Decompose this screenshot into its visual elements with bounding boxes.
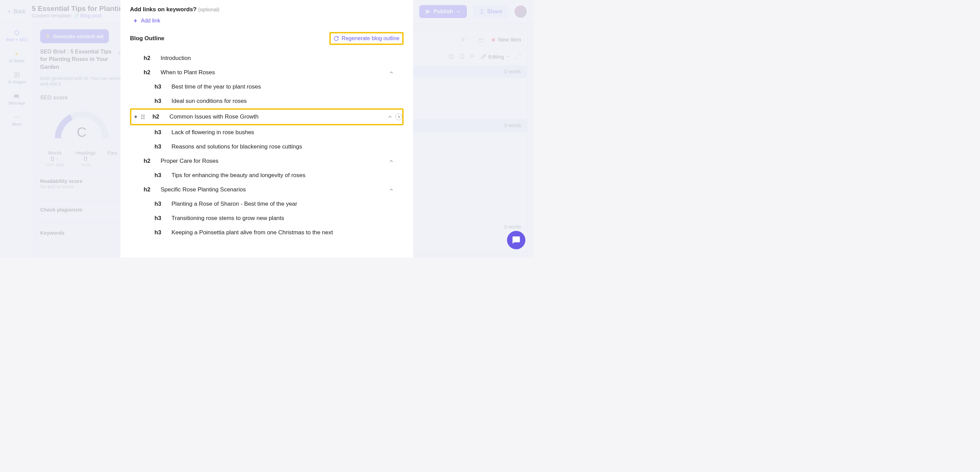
heading-tag: h3	[154, 98, 164, 105]
outline-text: Lack of flowering in rose bushes	[172, 129, 254, 136]
svg-point-25	[142, 116, 143, 118]
svg-point-23	[142, 115, 143, 116]
outline-item[interactable]: h2When to Plant Roses	[130, 65, 404, 80]
outline-item[interactable]: h3Planting a Rose of Sharon - Best time …	[130, 197, 404, 211]
outline-text: Common Issues with Rose Growth	[169, 113, 259, 120]
outline-section-head: Blog Outline Regenerate blog outline	[130, 32, 404, 45]
heading-tag: h3	[154, 172, 164, 179]
chevron-up-icon[interactable]	[388, 187, 394, 192]
chevron-up-icon[interactable]	[388, 70, 394, 75]
outline-item[interactable]: h3Keeping a Poinsettia plant alive from …	[130, 225, 404, 240]
heading-tag: h2	[143, 69, 153, 76]
outline-item[interactable]: h2Specific Rose Planting Scenarios	[130, 183, 404, 197]
outline-text: Best time of the year to plant roses	[172, 83, 261, 90]
outline-item[interactable]: h3Best time of the year to plant roses	[130, 80, 404, 94]
svg-point-24	[143, 115, 145, 116]
heading-tag: h3	[154, 129, 164, 136]
svg-point-28	[143, 118, 145, 119]
heading-tag: h2	[143, 186, 153, 193]
modal-overlay: Add links on keywords? (optional) Add li…	[0, 0, 533, 257]
heading-tag: h3	[154, 201, 164, 207]
heading-tag: h3	[154, 144, 164, 150]
outline-text: Tips for enhancing the beauty and longev…	[172, 172, 305, 179]
chevron-up-icon[interactable]	[387, 114, 393, 120]
outline-text: When to Plant Roses	[161, 69, 215, 76]
add-links-heading: Add links on keywords? (optional)	[130, 6, 404, 13]
outline-text: Transitioning rose stems to grow new pla…	[172, 215, 284, 222]
outline-item[interactable]: h2Common Issues with Rose Growth✕	[130, 108, 404, 125]
outline-text: Keeping a Poinsettia plant alive from on…	[172, 229, 333, 236]
outline-item[interactable]: h2Proper Care for Roses	[130, 154, 404, 168]
svg-point-26	[143, 116, 145, 118]
heading-tag: h2	[143, 55, 153, 62]
chat-icon	[512, 236, 520, 244]
outline-text: Introduction	[161, 55, 191, 62]
heading-tag: h2	[143, 158, 153, 164]
heading-tag: h3	[154, 229, 164, 236]
outline-modal: Add links on keywords? (optional) Add li…	[121, 0, 413, 257]
add-link-button[interactable]: Add link	[133, 18, 404, 24]
outline-list: h2Introductionh2When to Plant Rosesh3Bes…	[130, 51, 404, 240]
outline-item[interactable]: h3Reasons and solutions for blackening r…	[130, 140, 404, 154]
heading-tag: h2	[153, 113, 162, 120]
outline-item[interactable]: h2Introduction	[130, 51, 404, 65]
plus-icon[interactable]	[134, 115, 138, 119]
outline-text: Ideal sun conditions for roses	[172, 98, 247, 105]
outline-item[interactable]: h3Lack of flowering in rose bushes	[130, 125, 404, 140]
outline-text: Planting a Rose of Sharon - Best time of…	[172, 201, 297, 207]
outline-text: Proper Care for Roses	[161, 158, 218, 164]
heading-tag: h3	[154, 215, 164, 222]
remove-item-button[interactable]: ✕	[395, 113, 402, 120]
refresh-icon	[334, 36, 339, 41]
outline-item[interactable]: h3Ideal sun conditions for roses	[130, 94, 404, 108]
svg-point-27	[142, 118, 143, 119]
drag-handle-icon[interactable]	[141, 114, 145, 120]
blog-outline-title: Blog Outline	[130, 35, 164, 42]
chat-bubble-button[interactable]	[507, 231, 525, 249]
heading-tag: h3	[154, 83, 164, 90]
regenerate-outline-button[interactable]: Regenerate blog outline	[329, 32, 404, 45]
chevron-up-icon[interactable]	[388, 158, 394, 164]
outline-item[interactable]: h3Transitioning rose stems to grow new p…	[130, 211, 404, 225]
outline-text: Specific Rose Planting Scenarios	[161, 186, 246, 193]
outline-item[interactable]: h3Tips for enhancing the beauty and long…	[130, 168, 404, 183]
outline-text: Reasons and solutions for blackening ros…	[172, 144, 302, 150]
plus-icon	[133, 18, 138, 24]
